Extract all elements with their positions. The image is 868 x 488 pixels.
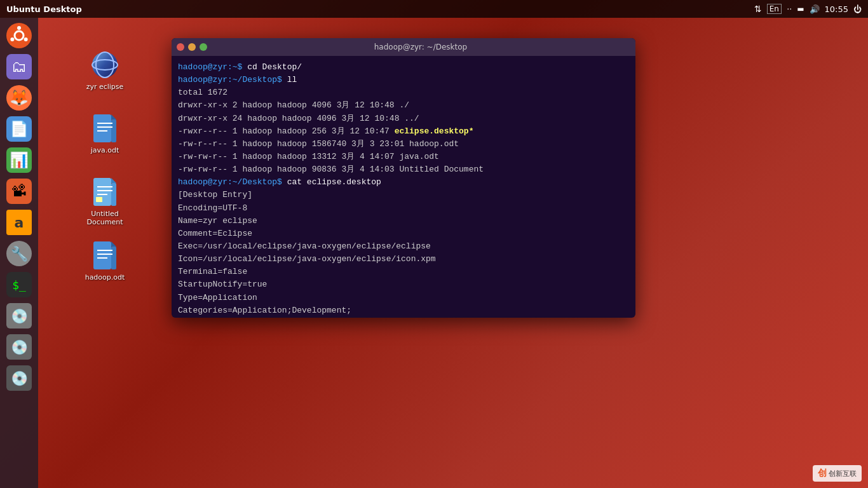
terminal-line-7: -rw-r--r-- 1 hadoop hadoop 1586740 3月 3 …	[178, 138, 629, 151]
eclipse-icon	[90, 50, 120, 80]
prompt: hadoop@zyr:~/Desktop$	[178, 75, 287, 85]
sidebar-item-ubuntu-home[interactable]	[1, 22, 37, 50]
sidebar-item-disk3[interactable]: 💿	[1, 364, 37, 393]
volume-icon: 🔊	[810, 4, 820, 14]
hadoop-odt-icon	[90, 240, 120, 271]
sidebar-item-file-manager[interactable]: 🗂	[1, 53, 37, 81]
terminal-titlebar: hadoop@zyr: ~/Desktop	[172, 38, 635, 56]
impress-icon: 📽	[6, 179, 32, 204]
terminal-line-4: drwxr-xr-x 2 hadoop hadoop 4096 3月 12 10…	[178, 99, 629, 112]
terminal-line-12: Encoding=UTF-8	[178, 202, 629, 215]
topbar: Ubuntu Desktop ⇅ En ⋅⋅ ▬ 🔊 10:55 ⏻	[0, 0, 868, 18]
desktop-icon-hadoop-odt[interactable]: hadoop.odt	[76, 240, 133, 281]
terminal-line-11: [Desktop Entry]	[178, 189, 629, 201]
svg-marker-15	[111, 178, 116, 183]
desktop-icon-java-odt[interactable]: java.odt	[76, 113, 133, 154]
terminal-line-13: Name=zyr eclipse	[178, 215, 629, 227]
terminal-maximize-button[interactable]	[200, 43, 207, 51]
terminal-line-1: hadoop@zyr:~$ cd Desktop/	[178, 61, 629, 74]
disk2-icon: 💿	[6, 334, 32, 360]
terminal-line-5: drwxr-xr-x 24 hadoop hadoop 4096 3月 12 1…	[178, 112, 629, 125]
terminal-line-18: StartupNotify=true	[178, 278, 629, 291]
terminal-title: hadoop@zyr: ~/Desktop	[211, 43, 630, 51]
terminal-line-8: -rw-rw-r-- 1 hadoop hadoop 13312 3月 4 14…	[178, 151, 629, 163]
firefox-icon: 🦊	[6, 85, 32, 111]
terminal-line-6: -rwxr--r-- 1 hadoop hadoop 256 3月 12 10:…	[178, 125, 629, 138]
prompt: hadoop@zyr:~/Desktop$	[178, 177, 287, 187]
terminal-line-16: Icon=/usr/local/eclipse/java-oxygen/ecli…	[178, 253, 629, 266]
terminal-window: hadoop@zyr: ~/Desktop hadoop@zyr:~$ cd D…	[172, 38, 635, 318]
svg-point-3	[24, 37, 28, 41]
sidebar-item-amazon[interactable]: a	[1, 208, 37, 237]
sidebar-item-writer[interactable]: 📄	[1, 115, 37, 144]
svg-point-4	[10, 37, 14, 41]
terminal-line-2: hadoop@zyr:~/Desktop$ ll	[178, 74, 629, 86]
topbar-title: Ubuntu Desktop	[6, 4, 82, 14]
terminal-line-9: -rw-rw-r-- 1 hadoop hadoop 90836 3月 4 14…	[178, 163, 629, 176]
terminal-line-10: hadoop@zyr:~/Desktop$ cat eclipse.deskto…	[178, 176, 629, 189]
desktop-icon-untitled[interactable]: Untitled Document	[76, 177, 133, 226]
watermark-text: 创新互联	[829, 470, 857, 478]
watermark-logo: 创	[818, 468, 827, 478]
settings-icon: 🔧	[6, 241, 32, 266]
java-odt-icon	[90, 113, 120, 144]
bluetooth-icon: ⋅⋅	[787, 4, 792, 14]
terminal-line-21: hadoop@zyr:~/Desktop$ ▌	[178, 317, 629, 318]
sidebar-item-disk1[interactable]: 💿	[1, 302, 37, 330]
sidebar-item-firefox[interactable]: 🦊	[1, 84, 37, 112]
svg-rect-21	[93, 241, 111, 269]
files-icon: 🗂	[6, 54, 32, 79]
untitled-icon	[90, 177, 120, 207]
battery-icon: ▬	[797, 4, 804, 13]
sidebar-item-impress[interactable]: 📽	[1, 177, 37, 206]
terminal-line-17: Terminal=false	[178, 266, 629, 278]
desktop-icon-eclipse[interactable]: zyr eclipse	[76, 50, 133, 91]
hadoop-odt-label: hadoop.odt	[85, 273, 125, 281]
sidebar-item-calc[interactable]: 📊	[1, 146, 37, 175]
clock: 10:55	[825, 4, 848, 14]
watermark: 创 创新互联	[813, 465, 862, 482]
svg-marker-22	[111, 241, 116, 247]
sidebar-item-disk2[interactable]: 💿	[1, 333, 37, 362]
power-icon[interactable]: ⏻	[853, 4, 862, 14]
disk3-icon: 💿	[6, 365, 32, 391]
terminal-body[interactable]: hadoop@zyr:~$ cd Desktop/ hadoop@zyr:~/D…	[172, 56, 635, 318]
sidebar-item-settings[interactable]: 🔧	[1, 240, 37, 268]
terminal-icon: $_	[6, 272, 32, 297]
svg-rect-8	[93, 114, 111, 142]
terminal-line-15: Exec=/usr/local/eclipse/java-oxygen/ecli…	[178, 240, 629, 253]
terminal-minimize-button[interactable]	[188, 43, 196, 51]
untitled-label: Untitled Document	[76, 210, 133, 226]
sidebar-item-terminal[interactable]: $_	[1, 271, 37, 299]
calc-icon: 📊	[6, 147, 32, 173]
terminal-line-14: Comment=Eclipse	[178, 227, 629, 240]
svg-rect-20	[96, 197, 102, 202]
terminal-line-19: Type=Application	[178, 292, 629, 304]
terminal-line-20: Categories=Application;Development;	[178, 304, 629, 317]
svg-marker-9	[111, 114, 116, 119]
disk1-icon: 💿	[6, 303, 32, 329]
transfer-icon: ⇅	[754, 4, 762, 14]
topbar-right: ⇅ En ⋅⋅ ▬ 🔊 10:55 ⏻	[754, 4, 862, 14]
eclipse-label: zyr eclipse	[86, 83, 124, 91]
prompt: hadoop@zyr:~$	[178, 62, 247, 72]
terminal-line-3: total 1672	[178, 86, 629, 99]
terminal-close-button[interactable]	[177, 43, 184, 51]
ubuntu-icon	[6, 23, 32, 48]
svg-point-2	[17, 26, 21, 30]
sidebar: 🗂 🦊 📄 📊 📽 a 🔧 $_ 💿 💿 💿	[0, 18, 38, 488]
java-odt-label: java.odt	[91, 146, 119, 154]
amazon-icon: a	[6, 210, 32, 235]
writer-icon: 📄	[6, 116, 32, 142]
lang-indicator[interactable]: En	[767, 4, 782, 14]
